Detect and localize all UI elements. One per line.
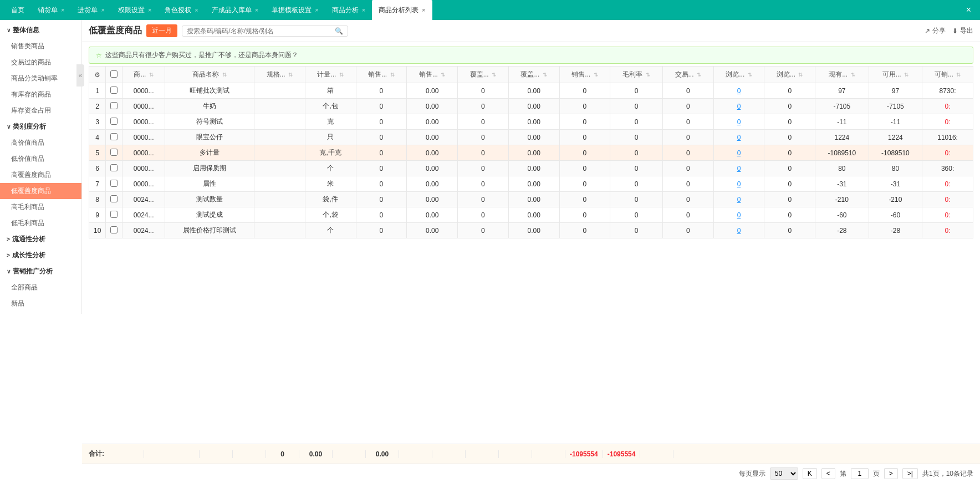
select-all-checkbox[interactable] <box>110 70 118 78</box>
per-page-select[interactable]: 50 100 200 <box>770 467 798 480</box>
sidebar-item-in-stock[interactable]: 有库存的商品 <box>0 87 81 103</box>
cell-browse1[interactable]: 0 <box>713 130 764 145</box>
row-checkbox[interactable] <box>110 195 118 202</box>
cell-cover2: 0.00 <box>508 130 559 145</box>
nav-role-close[interactable]: × <box>195 7 198 13</box>
cell-browse1[interactable]: 0 <box>713 223 764 238</box>
nav-purchase-close[interactable]: × <box>101 7 104 13</box>
nav-sales-close[interactable]: × <box>61 7 64 13</box>
nav-template[interactable]: 单据模板设置 × <box>265 0 325 20</box>
row-checkbox[interactable] <box>110 164 118 171</box>
row-checkbox[interactable] <box>110 180 118 187</box>
cell-available: 97 <box>869 83 922 99</box>
export-button[interactable]: ⬇ 导出 <box>952 26 973 35</box>
sort-icon3[interactable]: ⇅ <box>288 72 293 78</box>
cell-browse1[interactable]: 0 <box>713 161 764 176</box>
sidebar-section-growth[interactable]: > 成长性分析 <box>0 247 81 263</box>
row-checkbox[interactable] <box>110 211 118 218</box>
nav-home[interactable]: 首页 <box>4 0 31 20</box>
settings-icon[interactable]: ⚙ <box>94 71 100 79</box>
sort-icon13[interactable]: ⇅ <box>798 72 803 78</box>
sort-icon8[interactable]: ⇅ <box>543 72 547 78</box>
row-checkbox[interactable] <box>110 133 118 140</box>
sort-icon14[interactable]: ⇅ <box>851 72 855 78</box>
sidebar-item-high-margin[interactable]: 高毛利商品 <box>0 199 81 215</box>
nav-product-inbound[interactable]: 产成品入库单 × <box>205 0 265 20</box>
nav-analysis-list-close[interactable]: × <box>422 7 425 13</box>
sort-icon4[interactable]: ⇅ <box>339 72 344 78</box>
cell-sales3: 0 <box>559 99 610 114</box>
row-checkbox[interactable] <box>110 149 118 156</box>
sort-icon9[interactable]: ⇅ <box>594 72 598 78</box>
row-checkbox[interactable] <box>110 226 118 233</box>
nav-sales[interactable]: 销货单 × <box>31 0 71 20</box>
sidebar-item-low-value[interactable]: 低价值商品 <box>0 151 81 167</box>
sidebar-item-low-margin[interactable]: 低毛利商品 <box>0 215 81 231</box>
sidebar-item-low-coverage[interactable]: 低覆盖度商品 <box>0 183 81 199</box>
sort-icon10[interactable]: ⇅ <box>646 72 650 78</box>
row-checkbox[interactable] <box>110 118 118 125</box>
sort-icon5[interactable]: ⇅ <box>390 72 395 78</box>
sort-icon11[interactable]: ⇅ <box>697 72 701 78</box>
last-page-button[interactable]: >| <box>902 468 918 479</box>
cell-browse1[interactable]: 0 <box>713 176 764 192</box>
sidebar-item-capital[interactable]: 库存资金占用 <box>0 103 81 119</box>
nav-permission-close[interactable]: × <box>148 7 151 13</box>
cell-browse1[interactable]: 0 <box>713 83 764 99</box>
cell-browse1[interactable]: 0 <box>713 207 764 223</box>
th-sales3: 销售... ⇅ <box>559 67 610 83</box>
th-settings[interactable]: ⚙ <box>89 67 106 83</box>
sidebar-section-overview[interactable]: ∨ 整体信息 <box>0 22 81 38</box>
sidebar-section-marketing[interactable]: ∨ 营销推广分析 <box>0 263 81 279</box>
sidebar-item-new-goods[interactable]: 新品 <box>0 296 81 312</box>
sidebar-collapse-button[interactable]: « <box>76 64 84 87</box>
cell-checkbox <box>106 130 122 145</box>
nav-analysis-list[interactable]: 商品分析列表 × <box>372 0 432 20</box>
table-body: 1 0000... 旺铺批次测试 箱 0 0.00 0 0.00 0 0 0 0… <box>89 83 973 238</box>
sidebar-item-traded-goods[interactable]: 交易过的商品 <box>0 54 81 70</box>
nav-template-close[interactable]: × <box>315 7 318 13</box>
sort-icon12[interactable]: ⇅ <box>748 72 752 78</box>
nav-product-inbound-close[interactable]: × <box>255 7 258 13</box>
time-filter-button[interactable]: 近一月 <box>146 24 177 37</box>
th-cover2: 覆盖... ⇅ <box>508 67 559 83</box>
row-checkbox[interactable] <box>110 87 118 94</box>
nav-analysis-close[interactable]: × <box>362 7 365 13</box>
sidebar-section-liquidity[interactable]: > 流通性分析 <box>0 231 81 247</box>
nav-analysis[interactable]: 商品分析 × <box>325 0 372 20</box>
sidebar-item-high-value[interactable]: 高价值商品 <box>0 135 81 151</box>
prev-page-button[interactable]: < <box>821 468 835 479</box>
nav-role[interactable]: 角色授权 × <box>158 0 205 20</box>
sort-icon[interactable]: ⇅ <box>149 72 154 78</box>
search-input[interactable] <box>187 27 335 35</box>
sort-icon2[interactable]: ⇅ <box>222 72 227 78</box>
sidebar-item-high-coverage[interactable]: 高覆盖度商品 <box>0 167 81 183</box>
cell-sales-qty: 0 <box>356 192 407 207</box>
cell-browse2: 0 <box>764 145 815 161</box>
window-close-button[interactable]: × <box>962 5 976 15</box>
nav-permission[interactable]: 权限设置 × <box>111 0 158 20</box>
sidebar-item-sales-goods[interactable]: 销售类商品 <box>0 38 81 54</box>
table-row: 3 0000... 符号测试 克 0 0.00 0 0.00 0 0 0 0 0… <box>89 114 973 130</box>
sort-icon16[interactable]: ⇅ <box>956 72 961 78</box>
nav-purchase[interactable]: 进货单 × <box>71 0 111 20</box>
search-icon[interactable]: 🔍 <box>335 27 343 35</box>
sort-icon6[interactable]: ⇅ <box>441 72 445 78</box>
sort-icon7[interactable]: ⇅ <box>492 72 496 78</box>
first-page-button[interactable]: K <box>803 468 817 479</box>
sidebar-section-category[interactable]: ∨ 类别度分析 <box>0 119 81 135</box>
cell-cover1: 0 <box>458 83 509 99</box>
sidebar-item-all-goods[interactable]: 全部商品 <box>0 279 81 296</box>
cell-trans: 0 <box>662 192 713 207</box>
next-page-button[interactable]: > <box>884 468 898 479</box>
cell-browse1[interactable]: 0 <box>713 114 764 130</box>
row-checkbox[interactable] <box>110 102 118 109</box>
page-number-input[interactable] <box>851 468 869 479</box>
cell-browse1[interactable]: 0 <box>713 145 764 161</box>
share-button[interactable]: ↗ 分享 <box>925 26 946 35</box>
cell-browse1[interactable]: 0 <box>713 192 764 207</box>
sidebar-item-category-turnover[interactable]: 商品分类动销率 <box>0 70 81 87</box>
th-current: 现有... ⇅ <box>815 67 869 83</box>
cell-browse1[interactable]: 0 <box>713 99 764 114</box>
sort-icon15[interactable]: ⇅ <box>904 72 908 78</box>
